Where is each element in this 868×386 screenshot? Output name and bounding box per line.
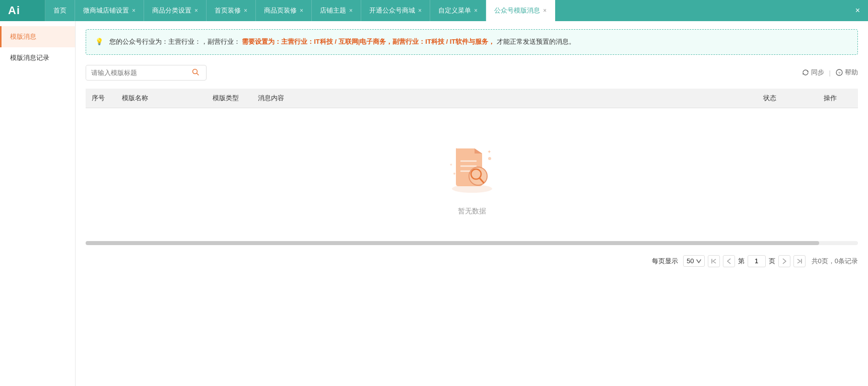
- alert-icon: 💡: [95, 38, 103, 45]
- page-unit: 页: [769, 257, 775, 266]
- search-bar: 同步 | ? 帮助: [86, 65, 858, 81]
- empty-icon: ✦ ✦: [442, 138, 502, 199]
- toolbar-right: 同步 | ? 帮助: [802, 68, 858, 77]
- last-page-button[interactable]: [793, 255, 806, 267]
- sync-button[interactable]: 同步: [802, 68, 824, 77]
- sidebar-item-template-msg[interactable]: 模版消息: [0, 26, 75, 47]
- tab-close-shop-theme[interactable]: ×: [349, 7, 353, 14]
- search-input-wrap: [86, 65, 207, 81]
- sidebar-item-template-record[interactable]: 模版消息记录: [0, 47, 75, 68]
- svg-point-12: [453, 173, 455, 175]
- tab-wechat-shop[interactable]: 微商城店铺设置 ×: [75, 0, 144, 21]
- tab-custom-menu[interactable]: 自定义菜单 ×: [430, 0, 486, 21]
- tab-close-custom-menu[interactable]: ×: [474, 7, 478, 14]
- col-action: 操作: [818, 89, 858, 108]
- tab-close-home-decor[interactable]: ×: [244, 7, 247, 14]
- empty-text: 暂无数据: [86, 207, 858, 216]
- tab-shop-theme[interactable]: 店铺主题 ×: [312, 0, 361, 21]
- data-table: 序号 模版名称 模版类型 消息内容 状态 操作: [86, 89, 858, 236]
- search-input[interactable]: [86, 66, 187, 80]
- first-page-button[interactable]: [708, 255, 720, 267]
- horizontal-scrollbar[interactable]: [86, 241, 858, 245]
- chevron-down-icon: [696, 259, 701, 263]
- last-page-icon: [796, 258, 803, 264]
- tab-template-msg[interactable]: 公众号模版消息 ×: [486, 0, 555, 21]
- page-number-input[interactable]: [748, 255, 766, 267]
- tab-close-product-decor[interactable]: ×: [300, 7, 303, 14]
- search-button[interactable]: [187, 65, 204, 80]
- svg-text:?: ?: [838, 71, 841, 75]
- pagination: 每页显示 50 第 页: [86, 250, 858, 272]
- tab-bar: Ai 首页 微商城店铺设置 × 商品分类设置 × 首页装修 × 商品页装修 × …: [0, 0, 868, 21]
- col-type: 模版类型: [207, 89, 252, 108]
- empty-state: ✦ ✦ 暂无数据: [86, 108, 858, 236]
- alert-box: 💡 您的公众号行业为：主营行业：，副营行业： 需要设置为：主营行业：IT科技 /…: [86, 29, 858, 55]
- page-size-select[interactable]: 50: [683, 255, 704, 267]
- main-layout: 模版消息 模版消息记录 💡 您的公众号行业为：主营行业：，副营行业： 需要设置为…: [0, 21, 868, 386]
- total-info: 共0页，0条记录: [812, 257, 858, 266]
- col-status: 状态: [757, 89, 818, 108]
- next-page-button[interactable]: [778, 255, 790, 267]
- col-name: 模版名称: [116, 89, 207, 108]
- tab-home[interactable]: 首页: [45, 0, 75, 21]
- first-page-icon: [711, 258, 717, 264]
- prev-page-button[interactable]: [723, 255, 735, 267]
- col-content: 消息内容: [252, 89, 757, 108]
- col-index: 序号: [86, 89, 116, 108]
- page-size-label: 每页显示: [652, 257, 678, 266]
- sidebar: 模版消息 模版消息记录: [0, 21, 76, 386]
- svg-line-1: [197, 73, 199, 75]
- tab-category[interactable]: 商品分类设置 ×: [144, 0, 207, 21]
- tab-product-decor[interactable]: 商品页装修 ×: [256, 0, 312, 21]
- svg-point-11: [488, 157, 491, 160]
- tab-close-template-msg[interactable]: ×: [543, 7, 547, 14]
- tab-close-open-mall[interactable]: ×: [418, 7, 422, 14]
- help-button[interactable]: ? 帮助: [836, 68, 858, 77]
- svg-text:✦: ✦: [487, 149, 491, 155]
- next-page-icon: [782, 258, 786, 264]
- tab-home-decor[interactable]: 首页装修 ×: [207, 0, 256, 21]
- page-prefix: 第: [738, 257, 745, 266]
- svg-text:✦: ✦: [449, 163, 453, 167]
- tab-close-category[interactable]: ×: [194, 7, 198, 14]
- tab-bar-close-button[interactable]: ×: [847, 6, 868, 15]
- tab-close-wechat-shop[interactable]: ×: [132, 7, 136, 14]
- app-logo: Ai: [0, 0, 45, 21]
- prev-page-icon: [727, 258, 731, 264]
- scrollbar-thumb[interactable]: [86, 241, 819, 245]
- content-area: 💡 您的公众号行业为：主营行业：，副营行业： 需要设置为：主营行业：IT科技 /…: [76, 21, 868, 386]
- tab-open-mall[interactable]: 开通公众号商城 ×: [361, 0, 430, 21]
